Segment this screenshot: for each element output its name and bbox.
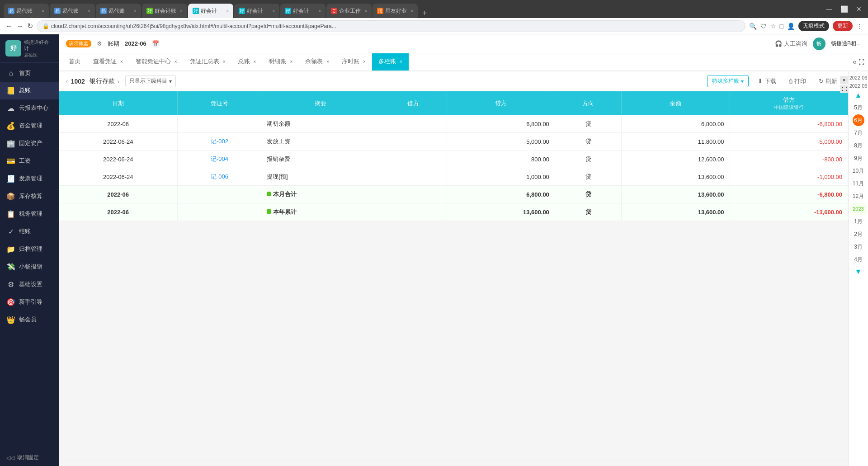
sidebar-item-archive[interactable]: 📁 归档管理: [0, 240, 59, 258]
month-item-7[interactable]: 7月: [850, 127, 867, 139]
minimize-button[interactable]: —: [823, 5, 835, 13]
shield-icon[interactable]: 🛡: [760, 23, 767, 30]
close-panel-button[interactable]: ×: [840, 76, 848, 84]
sidebar-item-home[interactable]: ⌂ 首页: [0, 65, 59, 82]
tab-multi-column-close[interactable]: ×: [400, 59, 402, 64]
tab-view-voucher[interactable]: 查看凭证 ×: [87, 53, 129, 71]
browser-tab-3[interactable]: 好 好会计账 ×: [142, 4, 187, 18]
sidebar-item-guide[interactable]: 🎯 新手引导: [0, 293, 59, 311]
browser-tab-2[interactable]: 易 易代账 ×: [96, 4, 141, 18]
sidebar-item-cloud-report[interactable]: ☁ 云报表中心: [0, 99, 59, 117]
tab-home[interactable]: 首页: [62, 53, 87, 71]
tab-close-0[interactable]: ×: [42, 9, 44, 14]
help-button[interactable]: 🎧 人工咨询: [775, 40, 807, 48]
special-multi-column-button[interactable]: 特殊多栏账 ▾: [707, 75, 749, 87]
month-item-2023-4[interactable]: 4月: [850, 254, 867, 265]
search-icon[interactable]: 🔍: [749, 23, 757, 30]
refresh-button[interactable]: ↻ 刷新: [815, 75, 841, 87]
url-bar[interactable]: 🔒 cloud2.chanjet.com/accounting/uh26t264…: [37, 20, 745, 32]
tab-view-voucher-close[interactable]: ×: [120, 59, 123, 64]
month-scroll-up-button[interactable]: ▲: [853, 89, 864, 101]
browser-tab-4[interactable]: 好 好会计 ×: [188, 4, 233, 18]
sidebar-item-tax[interactable]: 📋 税务管理: [0, 205, 59, 223]
tab-close-5[interactable]: ×: [272, 9, 275, 14]
sidebar-item-invoice[interactable]: 🧾 发票管理: [0, 170, 59, 188]
tab-nav-collapse-button[interactable]: «: [853, 58, 857, 66]
sidebar-item-inventory[interactable]: 📦 库存核算: [0, 188, 59, 205]
close-button[interactable]: ✕: [854, 5, 864, 13]
settings-gear-icon[interactable]: ⚙: [97, 40, 102, 47]
month-item-12[interactable]: 12月: [850, 190, 867, 202]
browser-tab-5[interactable]: 好 好会计 ×: [234, 4, 279, 18]
cell-voucher-link[interactable]: 记-006: [178, 168, 261, 186]
tab-time-ledger-close[interactable]: ×: [363, 59, 366, 64]
browser-tab-8[interactable]: 用 用友好业 ×: [373, 4, 418, 18]
tab-time-ledger[interactable]: 序时账 ×: [335, 53, 372, 71]
month-item-5[interactable]: 5月: [850, 102, 867, 113]
tab-close-2[interactable]: ×: [134, 9, 137, 14]
browser-extension-icon[interactable]: □: [780, 23, 783, 30]
reload-button[interactable]: ↻: [27, 22, 33, 30]
calendar-icon[interactable]: 📅: [152, 40, 159, 47]
month-item-8[interactable]: 8月: [850, 140, 867, 151]
tab-balance-sheet-close[interactable]: ×: [326, 59, 329, 64]
sidebar-item-ledger[interactable]: 📒 总账: [0, 82, 59, 99]
settings-icon[interactable]: ⋮: [856, 23, 863, 30]
tab-smart-voucher-close[interactable]: ×: [175, 59, 177, 64]
user-avatar[interactable]: 畅: [813, 38, 826, 50]
new-tab-button[interactable]: +: [419, 9, 431, 18]
cell-voucher-link[interactable]: 记-004: [178, 151, 261, 168]
user-profile-icon[interactable]: 👤: [787, 23, 795, 30]
tab-close-8[interactable]: ×: [410, 9, 413, 14]
month-item-2023-3[interactable]: 3月: [850, 241, 867, 253]
tab-close-4[interactable]: ×: [226, 9, 229, 14]
month-item-2023-1[interactable]: 1月: [850, 216, 867, 227]
tab-voucher-summary-close[interactable]: ×: [223, 59, 226, 64]
month-item-2023-2[interactable]: 2月: [850, 228, 867, 240]
browser-tab-7[interactable]: C 企业工作 ×: [326, 4, 372, 18]
sub-account-filter[interactable]: 只显示下级科目 ▾: [125, 75, 176, 87]
print-button[interactable]: ⎙ 打印: [785, 75, 810, 87]
tab-general-ledger[interactable]: 总账 ×: [232, 53, 263, 71]
tab-close-1[interactable]: ×: [88, 9, 90, 14]
sidebar-item-expense[interactable]: 💸 小畅报销: [0, 258, 59, 276]
tab-close-6[interactable]: ×: [318, 9, 321, 14]
browser-tab-6[interactable]: 好 好会计 ×: [280, 4, 326, 18]
tab-balance-sheet[interactable]: 余额表 ×: [299, 53, 335, 71]
sidebar-unpin-button[interactable]: ◁◁ 取消固定: [0, 449, 59, 466]
month-item-6[interactable]: 6月: [853, 114, 864, 126]
tab-close-7[interactable]: ×: [364, 9, 367, 14]
sidebar-item-member[interactable]: 👑 畅会员: [0, 311, 59, 329]
tab-general-ledger-close[interactable]: ×: [254, 59, 256, 64]
expand-panel-button[interactable]: ⛶: [840, 85, 848, 93]
tab-detail-ledger-close[interactable]: ×: [290, 59, 292, 64]
month-item-9[interactable]: 9月: [850, 152, 867, 164]
account-next-button[interactable]: ›: [118, 78, 120, 85]
tab-close-3[interactable]: ×: [180, 9, 183, 14]
sidebar-item-assets[interactable]: 🏢 固定资产: [0, 135, 59, 152]
month-scroll-down-button[interactable]: ▼: [853, 266, 864, 278]
horizontal-scrollbar[interactable]: [59, 460, 848, 466]
sidebar-item-close[interactable]: ✓ 结账: [0, 223, 59, 240]
month-item-10[interactable]: 10月: [850, 165, 867, 177]
wuhen-button[interactable]: 无痕模式: [798, 21, 829, 31]
sidebar-item-settings[interactable]: ⚙ 基础设置: [0, 276, 59, 293]
forward-button[interactable]: →: [16, 22, 24, 30]
tab-voucher-summary[interactable]: 凭证汇总表 ×: [184, 53, 232, 71]
download-button[interactable]: ⬇ 下载: [754, 75, 780, 87]
maximize-button[interactable]: ⬜: [838, 5, 851, 13]
browser-tab-1[interactable]: 易 易代账 ×: [50, 4, 95, 18]
cell-voucher-link[interactable]: 记-002: [178, 133, 261, 151]
tab-multi-column[interactable]: 多栏账 ×: [372, 53, 409, 71]
back-button[interactable]: ←: [5, 22, 13, 30]
sidebar-item-fund[interactable]: 💰 资金管理: [0, 117, 59, 135]
browser-tab-0[interactable]: 易 易代账 ×: [4, 4, 49, 18]
update-button[interactable]: 更新: [833, 21, 853, 31]
tab-expand-icon[interactable]: ⛶: [859, 59, 864, 66]
star-icon[interactable]: ☆: [770, 23, 776, 30]
sidebar-item-payroll[interactable]: 💳 工资: [0, 152, 59, 170]
account-prev-button[interactable]: ‹: [66, 78, 68, 85]
tab-detail-ledger[interactable]: 明细账 ×: [262, 53, 299, 71]
tab-smart-voucher[interactable]: 智能凭证中心 ×: [129, 53, 184, 71]
month-item-11[interactable]: 11月: [850, 178, 867, 189]
